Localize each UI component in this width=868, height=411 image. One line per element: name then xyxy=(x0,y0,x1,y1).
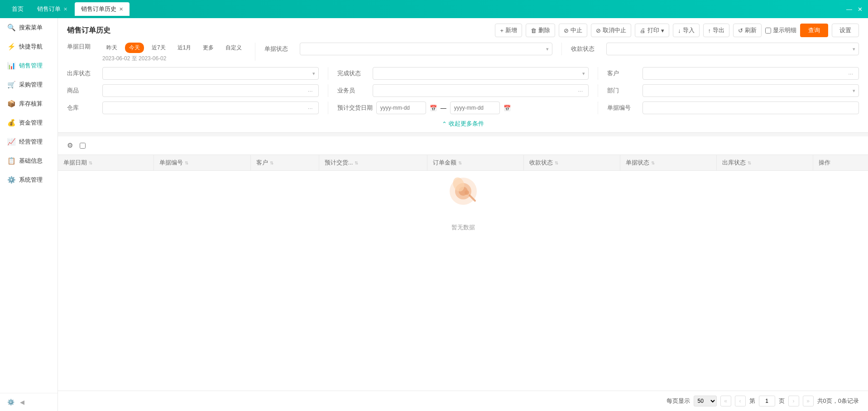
last-page-button[interactable]: » xyxy=(803,396,814,406)
sales-icon: 📊 xyxy=(7,62,15,70)
tab-sales-history-close[interactable]: ✕ xyxy=(119,6,123,12)
query-button[interactable]: 查询 xyxy=(800,24,828,37)
sidebar-settings-icon[interactable]: ⚙️ xyxy=(7,399,14,406)
bill-number-input[interactable] xyxy=(643,102,859,114)
sidebar-item-operations[interactable]: 📈 经营管理 xyxy=(0,132,58,151)
col-payment-status-sort[interactable]: 收款状态 ⇅ xyxy=(529,159,614,167)
set-button[interactable]: 设置 xyxy=(832,24,859,37)
col-customer[interactable]: 客户 ⇅ xyxy=(250,155,319,171)
col-bill-status-label: 单据状态 xyxy=(626,159,649,167)
goods-input[interactable] xyxy=(106,85,306,97)
col-outbound-status-sort[interactable]: 出库状态 ⇅ xyxy=(722,159,807,167)
display-detail-input[interactable] xyxy=(765,28,771,34)
export-button[interactable]: ↑ 导出 xyxy=(703,24,730,37)
sidebar-item-inventory[interactable]: 📦 库存核算 xyxy=(0,94,58,113)
refresh-button[interactable]: ↺ 刷新 xyxy=(733,24,762,37)
complete-status-select[interactable] xyxy=(373,67,589,80)
tab-sales-order[interactable]: 销售订单 ✕ xyxy=(31,2,74,16)
delete-button[interactable]: 🗑 删除 xyxy=(526,24,555,37)
payment-status-select[interactable] xyxy=(606,43,859,55)
date-btn-today[interactable]: 今天 xyxy=(125,43,144,53)
bill-number-group: 单据编号 xyxy=(607,102,859,114)
outbound-status-select-wrap xyxy=(102,67,319,80)
top-bar-right: — ✕ xyxy=(846,6,863,13)
tab-home[interactable]: 首页 xyxy=(5,2,30,16)
col-outbound-status[interactable]: 出库状态 ⇅ xyxy=(717,155,813,171)
tab-sales-order-close[interactable]: ✕ xyxy=(63,6,67,12)
select-all-checkbox[interactable] xyxy=(80,143,86,149)
sidebar-item-quicknav-label: 快捷导航 xyxy=(19,43,43,51)
col-amount[interactable]: 订单金额 ⇅ xyxy=(427,155,523,171)
page-word: 第 xyxy=(749,397,755,405)
svg-point-4 xyxy=(465,190,469,195)
delivery-date-from[interactable] xyxy=(376,102,426,114)
stop-button[interactable]: ⊘ 中止 xyxy=(559,24,587,37)
print-button[interactable]: 🖨 打印 ▾ xyxy=(635,24,669,37)
first-page-button[interactable]: « xyxy=(720,396,731,406)
col-amount-sort[interactable]: 订单金额 ⇅ xyxy=(433,159,518,167)
col-payment-status[interactable]: 收款状态 ⇅ xyxy=(523,155,620,171)
bill-status-select[interactable] xyxy=(300,43,552,55)
sidebar-item-search[interactable]: 🔍 搜索菜单 xyxy=(0,18,58,37)
sidebar-item-sales[interactable]: 📊 销售管理 xyxy=(0,56,58,75)
department-select[interactable] xyxy=(643,84,859,97)
customer-dots-button[interactable]: ··· xyxy=(846,70,855,77)
calendar-to-icon[interactable]: 📅 xyxy=(504,105,511,111)
col-date[interactable]: 单据日期 ⇅ xyxy=(58,155,154,171)
salesman-dots-button[interactable]: ··· xyxy=(576,87,585,94)
date-range-display: 2023-06-02 至 2023-06-02 xyxy=(102,55,246,63)
sidebar-item-purchase[interactable]: 🛒 采购管理 xyxy=(0,75,58,94)
page-size-select[interactable]: 50 10 20 100 xyxy=(694,396,717,406)
outbound-status-select[interactable] xyxy=(102,67,319,80)
prev-page-button[interactable]: ‹ xyxy=(735,396,746,406)
next-page-button[interactable]: › xyxy=(788,396,799,406)
window-close-icon[interactable]: ✕ xyxy=(858,6,863,13)
sidebar-item-system[interactable]: ⚙️ 系统管理 xyxy=(0,170,58,189)
col-number-sort[interactable]: 单据编号 ⇅ xyxy=(159,159,245,167)
warehouse-dots-button[interactable]: ··· xyxy=(306,105,315,111)
divider-6 xyxy=(598,84,598,97)
calendar-from-icon[interactable]: 📅 xyxy=(430,105,437,111)
table-settings-button[interactable]: ⚙ xyxy=(63,139,76,152)
cancel-stop-button[interactable]: ⊘ 取消中止 xyxy=(591,24,631,37)
date-btn-yesterday[interactable]: 昨天 xyxy=(102,43,121,53)
date-btn-7days[interactable]: 近7天 xyxy=(148,43,170,53)
goods-dots-button[interactable]: ··· xyxy=(306,87,315,94)
pagination: 每页显示 50 10 20 100 « ‹ 第 页 › » 共0页，0条记录 xyxy=(58,391,868,411)
col-date-sort[interactable]: 单据日期 ⇅ xyxy=(63,159,148,167)
date-btn-more[interactable]: 更多 xyxy=(199,43,218,53)
display-detail-checkbox[interactable]: 显示明细 xyxy=(765,26,796,34)
warehouse-input[interactable] xyxy=(106,102,306,114)
col-action-label: 操作 xyxy=(819,159,830,166)
sidebar-collapse-icon[interactable]: ◀ xyxy=(20,399,24,406)
col-number[interactable]: 单据编号 ⇅ xyxy=(154,155,250,171)
col-delivery[interactable]: 预计交货... ⇅ xyxy=(319,155,427,171)
window-minimize-icon[interactable]: — xyxy=(846,6,852,13)
page-size-label: 每页显示 xyxy=(667,397,690,405)
col-customer-sort[interactable]: 客户 ⇅ xyxy=(256,159,313,167)
customer-input[interactable] xyxy=(647,68,846,79)
date-btn-1month[interactable]: 近1月 xyxy=(173,43,196,53)
col-payment-status-sort-icon: ⇅ xyxy=(555,160,558,165)
print-icon: 🖨 xyxy=(640,27,646,34)
col-delivery-sort-icon: ⇅ xyxy=(355,160,358,165)
date-filter-label: 单据日期 xyxy=(67,43,99,51)
import-button[interactable]: ↓ 导入 xyxy=(673,24,700,37)
col-delivery-sort[interactable]: 预计交货... ⇅ xyxy=(325,159,422,167)
sidebar-bottom: ⚙️ ◀ xyxy=(0,393,58,411)
col-bill-status[interactable]: 单据状态 ⇅ xyxy=(620,155,717,171)
salesman-input[interactable] xyxy=(377,85,576,97)
delivery-date-to[interactable] xyxy=(450,102,500,114)
sidebar-item-quicknav[interactable]: ⚡ 快捷导航 xyxy=(0,37,58,56)
toolbar: + 新增 🗑 删除 ⊘ 中止 ⊘ 取消中止 xyxy=(495,24,859,37)
col-bill-status-sort[interactable]: 单据状态 ⇅ xyxy=(626,159,711,167)
sidebar-item-finance[interactable]: 💰 资金管理 xyxy=(0,113,58,132)
sidebar-item-basicinfo[interactable]: 📋 基础信息 xyxy=(0,151,58,170)
collapse-row[interactable]: ⌃ 收起更多条件 xyxy=(67,118,859,128)
col-customer-label: 客户 xyxy=(256,159,268,167)
new-button[interactable]: + 新增 xyxy=(495,24,522,37)
tab-sales-history[interactable]: 销售订单历史 ✕ xyxy=(75,2,129,16)
basicinfo-icon: 📋 xyxy=(7,157,15,165)
page-number-input[interactable] xyxy=(759,396,775,406)
date-btn-custom[interactable]: 自定义 xyxy=(221,43,246,53)
